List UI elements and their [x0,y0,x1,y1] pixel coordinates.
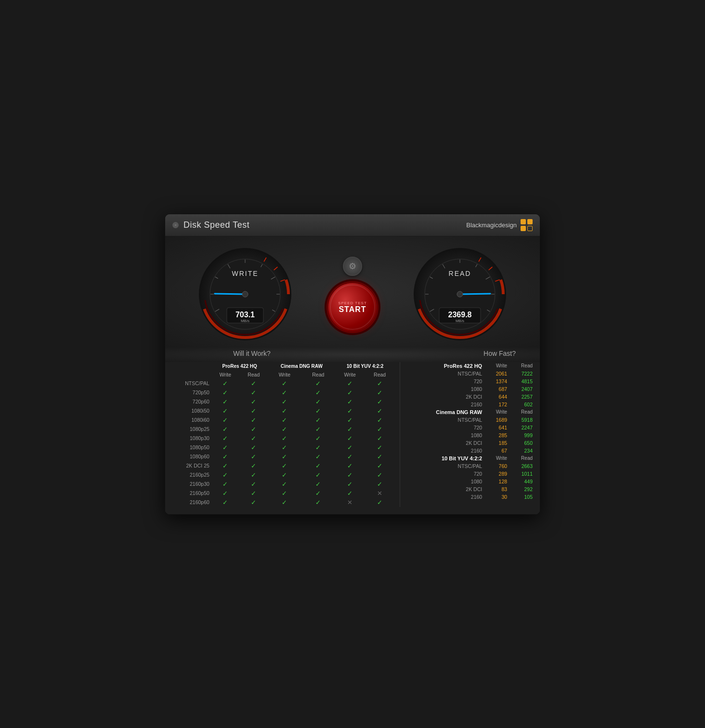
hf-write-value: 83 [484,485,509,493]
check-cell: ✓ [365,452,395,461]
hf-write-value: 289 [484,470,509,478]
check-cell: ✓ [365,425,395,434]
start-speed-label: SPEED TEST [338,301,367,305]
check-cell: ✓ [301,498,335,507]
hf-row-label: 1080 [405,478,484,485]
settings-button[interactable]: ⚙ [343,257,362,276]
check-cell: ✓ [335,452,365,461]
check-cell: ✕ [335,498,365,507]
hf-write-value: 67 [484,447,509,455]
hf-write-value: 30 [484,493,509,501]
hf-row-label: 2160 [405,447,484,455]
divider [400,362,400,507]
svg-text:READ: READ [448,270,471,277]
gauges-section: WRITE 703.1 MB/s ⚙ SPEED TEST START [165,236,540,347]
check-cell: ✓ [239,397,268,406]
hf-read-value: 2407 [509,385,535,393]
hf-write-value: 687 [484,385,509,393]
check-cell: ✓ [268,434,301,443]
read-gauge: READ 2369.8 MB/s [412,246,508,342]
start-button[interactable]: SPEED TEST START [328,283,377,331]
check-cell: ✓ [365,379,395,388]
format-cell: 2160p50 [170,489,211,498]
hf-data-row: NTSC/PAL20617222 [405,370,535,377]
read-gauge-container: READ 2369.8 MB/s [412,246,508,342]
svg-text:MB/s: MB/s [241,319,249,323]
hf-read-value: 105 [509,493,535,501]
check-cell: ✓ [268,425,301,434]
check-cell: ✓ [335,443,365,452]
hf-data-row: 7202891011 [405,470,535,478]
check-cell: ✓ [301,461,335,470]
title-bar: × Disk Speed Test Blackmagicdesign [165,214,540,236]
check-cell: ✓ [301,452,335,461]
format-cell: NTSC/PAL [170,379,211,388]
table-row: 2160p25✓✓✓✓✓✓ [170,470,395,480]
check-cell: ✓ [365,480,395,489]
hf-read-value: 4815 [509,377,535,385]
hf-write-header: Write [484,362,509,370]
check-cell: ✓ [239,443,268,452]
hf-row-label: 720 [405,470,484,478]
hf-row-label: NTSC/PAL [405,416,484,424]
check-cell: ✓ [301,434,335,443]
check-cell: ✓ [365,416,395,425]
hf-row-label: 2K DCI [405,393,484,401]
check-cell: ✓ [268,470,301,480]
table-row: 2160p30✓✓✓✓✓✓ [170,480,395,489]
svg-point-18 [242,291,248,297]
hf-write-value: 641 [484,424,509,431]
format-cell: 720p50 [170,388,211,397]
format-cell: 1080i50 [170,406,211,416]
check-cell: ✓ [335,425,365,434]
check-cell: ✓ [365,461,395,470]
table-row: 2160p60✓✓✓✓✕✓ [170,498,395,507]
app-title: Disk Speed Test [183,220,249,230]
table-row: NTSC/PAL✓✓✓✓✓✓ [170,379,395,388]
hf-data-row: 216067234 [405,447,535,455]
svg-text:MB/s: MB/s [456,319,464,323]
check-cell: ✓ [239,489,268,498]
check-cell: ✓ [365,434,395,443]
hf-write-value: 172 [484,401,509,408]
check-cell: ✓ [211,416,239,425]
table-row: 720p50✓✓✓✓✓✓ [170,388,395,397]
check-cell: ✓ [268,406,301,416]
check-cell: ✓ [239,461,268,470]
check-cell: ✓ [211,425,239,434]
hf-section-header-row: Cinema DNG RAWWriteRead [405,408,535,416]
check-cell: ✓ [211,498,239,507]
data-section: ProRes 422 HQ Cinema DNG RAW 10 Bit YUV … [165,362,540,514]
hf-read-value: 292 [509,485,535,493]
hf-read-value: 449 [509,478,535,485]
check-cell: ✓ [211,470,239,480]
hf-row-label: 2K DCI [405,439,484,447]
check-cell: ✓ [211,397,239,406]
hf-row-label: 2160 [405,493,484,501]
hf-read-header: Read [509,362,535,370]
check-cell: ✓ [335,461,365,470]
check-cell: ✓ [211,434,239,443]
table-row: 1080p25✓✓✓✓✓✓ [170,425,395,434]
check-cell: ✓ [335,416,365,425]
check-cell: ✓ [268,480,301,489]
check-cell: ✓ [268,397,301,406]
check-cell: ✓ [335,470,365,480]
hf-data-row: 72013744815 [405,377,535,385]
check-cell: ✓ [268,379,301,388]
yuv-header: 10 Bit YUV 4:2:2 [335,362,395,370]
check-cell: ✓ [335,406,365,416]
format-cell: 1080p50 [170,443,211,452]
hf-row-label: 2160 [405,401,484,408]
hf-section-name: 10 Bit YUV 4:2:2 [405,455,484,462]
close-button[interactable]: × [172,222,179,228]
check-cell: ✓ [301,443,335,452]
check-cell: ✓ [268,489,301,498]
hf-row-label: 1080 [405,385,484,393]
check-cell: ✓ [365,397,395,406]
check-cell: ✓ [239,416,268,425]
center-controls: ⚙ SPEED TEST START [328,257,377,331]
hf-read-value: 999 [509,431,535,439]
check-cell: ✓ [268,498,301,507]
hf-write-header: Write [484,455,509,462]
